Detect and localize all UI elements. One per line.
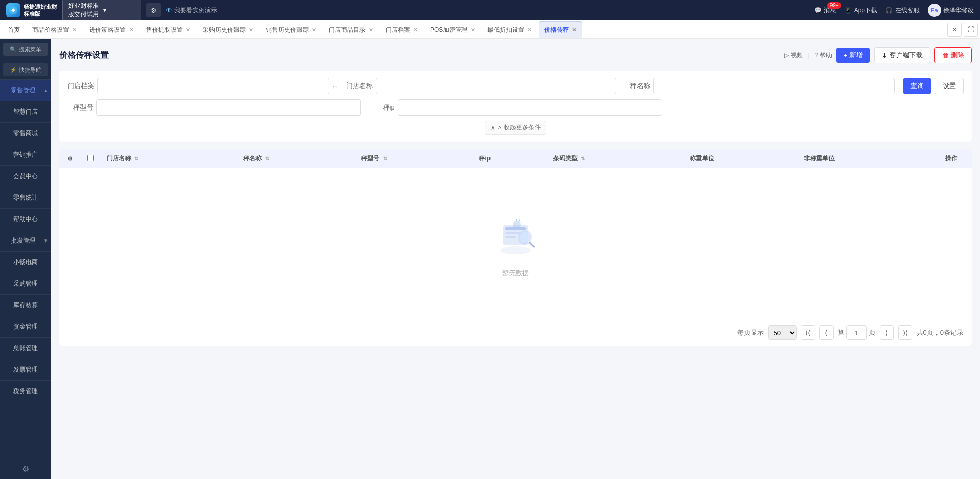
- user-menu[interactable]: Ea 徐泽华修改: [928, 4, 974, 17]
- delete-button[interactable]: 🗑 删除: [934, 47, 972, 63]
- scale-model-label: 秤型号: [68, 103, 93, 112]
- sidebar-item-retail[interactable]: 零售管理 ▲: [0, 80, 51, 101]
- close-icon[interactable]: ✕: [249, 27, 253, 33]
- page-title: 价格传秤设置: [59, 50, 109, 61]
- tab-pos-encrypt[interactable]: POS加密管理 ✕: [424, 21, 481, 38]
- sidebar-item-retail-mall[interactable]: 零售商城: [0, 123, 51, 144]
- th-weight-unit: 称重单位: [684, 149, 798, 168]
- th-barcode-type: 条码类型 ⇅: [547, 149, 684, 168]
- sidebar-item-invoice[interactable]: 发票管理: [0, 359, 51, 381]
- tab-sale-history[interactable]: 销售历史价跟踪 ✕: [260, 21, 322, 38]
- sidebar-item-help[interactable]: 帮助中心: [0, 209, 51, 230]
- tab-store-catalog[interactable]: 门店商品目录 ✕: [323, 21, 379, 38]
- close-icon[interactable]: ✕: [129, 27, 134, 33]
- th-store-name: 门店名称 ⇅: [100, 149, 237, 168]
- store-file-ellipsis[interactable]: ···: [332, 82, 338, 90]
- sort-icon: ⇅: [581, 156, 585, 161]
- store-name-input[interactable]: [376, 78, 616, 94]
- tab-product-price[interactable]: 商品价格设置 ✕: [27, 21, 82, 38]
- th-checkbox: [80, 149, 100, 168]
- close-icon[interactable]: ✕: [186, 27, 190, 33]
- tab-min-discount[interactable]: 最低折扣设置 ✕: [482, 21, 538, 38]
- sidebar-item-ledger[interactable]: 总账管理: [0, 338, 51, 359]
- per-page-select[interactable]: 20 50 100: [768, 325, 797, 340]
- close-icon[interactable]: ✕: [369, 27, 373, 33]
- query-button[interactable]: 查询: [903, 78, 931, 94]
- close-icon[interactable]: ✕: [413, 27, 418, 33]
- close-icon[interactable]: ✕: [527, 27, 532, 33]
- scale-name-label: 秤名称: [625, 81, 650, 91]
- select-all-checkbox[interactable]: [87, 155, 94, 161]
- last-page-button[interactable]: ⟩⟩: [898, 325, 912, 340]
- sidebar-item-marketing[interactable]: 营销推广: [0, 144, 51, 166]
- sidebar-item-tax[interactable]: 税务管理: [0, 381, 51, 402]
- empty-text: 暂无数据: [502, 269, 529, 278]
- sidebar-item-members[interactable]: 会员中心: [0, 166, 51, 187]
- sidebar-item-retail-stats[interactable]: 零售统计: [0, 187, 51, 209]
- close-icon[interactable]: ✕: [471, 27, 475, 33]
- collapse-button[interactable]: ∧ ∧ 收起更多条件: [485, 121, 546, 135]
- filter-row-1: 门店档案 ··· 门店名称 秤名称 查询 设置: [68, 78, 964, 94]
- search-icon: 🔍: [10, 46, 17, 53]
- scale-model-input[interactable]: [96, 99, 361, 116]
- service-button[interactable]: 🎧 在线客服: [885, 6, 920, 15]
- search-menu-button[interactable]: 🔍 搜索菜单: [3, 43, 48, 56]
- message-button[interactable]: 💬 消息 99+: [814, 6, 836, 15]
- scale-ip-input[interactable]: [398, 99, 663, 116]
- add-button[interactable]: + 新增: [836, 48, 870, 63]
- sidebar-item-finance[interactable]: 资金管理: [0, 316, 51, 338]
- help-link[interactable]: ? 帮助: [815, 51, 833, 60]
- tab-price-scale[interactable]: 价格传秤 ✕: [539, 21, 582, 38]
- quick-nav-button[interactable]: ⚡ 快捷导航: [3, 63, 48, 76]
- nav-tabs-bar: 首页 商品价格设置 ✕ 进价策略设置 ✕ 售价提取设置 ✕ 采购历史价跟踪 ✕ …: [0, 20, 980, 39]
- main-layout: 🔍 搜索菜单 ⚡ 快捷导航 零售管理 ▲ 智慧门店 零售商城 营销推广 会员中心…: [0, 39, 980, 479]
- store-file-input[interactable]: [97, 78, 329, 94]
- sidebar-item-ecommerce[interactable]: 小畅电商: [0, 252, 51, 273]
- config-button[interactable]: ⚙: [146, 3, 161, 17]
- total-label: 共0页，0条记录: [917, 328, 964, 337]
- content-area: 价格传秤设置 ▷ 视频 | ? 帮助 + 新增 ⬇ 客户端下载: [51, 39, 980, 479]
- close-icon[interactable]: ✕: [72, 27, 77, 33]
- help-icon: ?: [815, 52, 819, 59]
- video-link[interactable]: ▷ 视频: [784, 51, 803, 60]
- download-client-button[interactable]: ⬇ 客户端下载: [874, 47, 930, 63]
- svg-point-7: [520, 232, 530, 243]
- scale-name-input[interactable]: [653, 78, 895, 94]
- tab-purchase-history[interactable]: 采购历史价跟踪 ✕: [197, 21, 259, 38]
- top-bar: 畅捷通好业财 标准版 好业财标准版交付试用 ▾ ⚙ 👁 我要看实例演示 💬 消息…: [0, 0, 980, 20]
- demo-button[interactable]: 👁 我要看实例演示: [166, 6, 217, 15]
- sidebar-settings-button[interactable]: ⚙: [22, 464, 29, 474]
- tab-home[interactable]: 首页: [2, 21, 26, 38]
- page-header: 价格传秤设置 ▷ 视频 | ? 帮助 + 新增 ⬇ 客户端下载: [59, 47, 972, 63]
- data-table: ⚙ 门店名称 ⇅ 秤名称 ⇅: [59, 149, 972, 168]
- sidebar-item-inventory[interactable]: 库存核算: [0, 295, 51, 316]
- tab-sale-price[interactable]: 售价提取设置 ✕: [140, 21, 196, 38]
- fullscreen-button[interactable]: ⛶: [964, 23, 978, 37]
- next-page-button[interactable]: ⟩: [880, 325, 894, 340]
- tab-store-file[interactable]: 门店档案 ✕: [380, 21, 423, 38]
- app-download-button[interactable]: 📱 App下载: [844, 6, 877, 15]
- setting-button[interactable]: 设置: [935, 78, 964, 94]
- sidebar-item-wholesale[interactable]: 批发管理 ▼: [0, 230, 51, 252]
- eye-icon: 👁: [166, 7, 172, 14]
- first-page-button[interactable]: ⟨⟨: [801, 325, 815, 340]
- prev-page-button[interactable]: ⟨: [819, 325, 834, 340]
- per-page-label: 每页显示: [737, 328, 764, 337]
- th-scale-ip: 秤ip: [473, 149, 546, 168]
- tab-purchase-strategy[interactable]: 进价策略设置 ✕: [83, 21, 139, 38]
- close-icon[interactable]: ✕: [312, 27, 316, 33]
- close-all-tabs-button[interactable]: ✕: [947, 23, 962, 37]
- sidebar-item-smart-store[interactable]: 智慧门店: [0, 101, 51, 123]
- sidebar-item-purchase[interactable]: 采购管理: [0, 273, 51, 295]
- version-selector[interactable]: 好业财标准版交付试用 ▾: [62, 0, 141, 21]
- page-label: 算: [838, 328, 844, 337]
- close-icon[interactable]: ✕: [572, 27, 577, 33]
- phone-icon: 📱: [844, 7, 852, 14]
- sort-icon: ⇅: [265, 156, 269, 161]
- settings-icon[interactable]: ⚙: [67, 155, 73, 162]
- page-input[interactable]: [846, 325, 867, 340]
- filter-scale-name: 秤名称: [625, 78, 895, 94]
- empty-illustration: [490, 209, 541, 260]
- svg-rect-5: [505, 236, 516, 238]
- collapse-row: ∧ ∧ 收起更多条件: [68, 121, 964, 135]
